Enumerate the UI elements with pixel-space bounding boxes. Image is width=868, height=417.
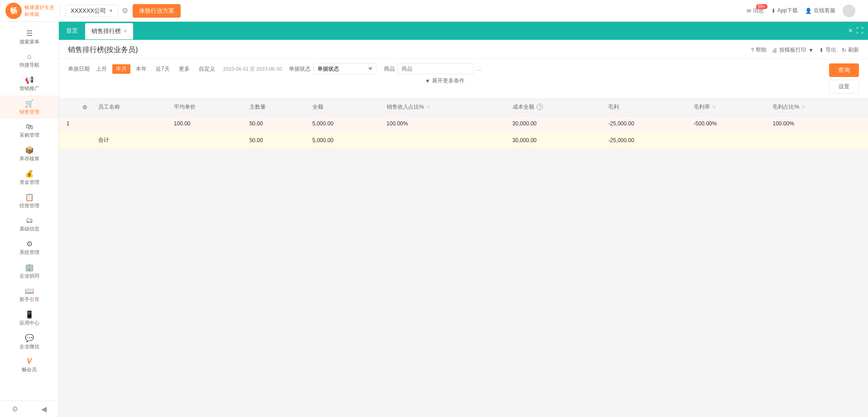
th-qty: 主数量 [244, 99, 307, 116]
sidebar-item-app-center[interactable]: 📱 应用中心 [0, 307, 58, 330]
th-gross-pct[interactable]: 毛利占比% ⇅ [767, 99, 868, 116]
footer-label: 合计 [93, 132, 168, 149]
online-service-button[interactable]: 👤 在线客服 [805, 7, 835, 14]
th-sales-pct[interactable]: 销售收入占比% ⇅ [381, 99, 507, 116]
footer-empty2 [77, 132, 93, 149]
table-container: ⚙ 员工名称 平均单价 主数量 全额 销售收入占比% ⇅ 成本全额 ? 毛利 毛… [59, 99, 868, 149]
sidebar-collapse-icon[interactable]: ◀ [41, 405, 47, 413]
sidebar-item-label: 搜索菜单 [19, 38, 39, 45]
th-settings[interactable]: ⚙ [77, 99, 93, 116]
table-footer-row: 合计 50.00 5,000.00 30,000.00 -25,000.00 [59, 132, 868, 149]
sidebar-item-enterprise[interactable]: 🏢 企业协同 [0, 259, 58, 283]
rank-cell: 1 [59, 116, 77, 132]
date-tab-last-7-days[interactable]: 近7天 [152, 64, 173, 74]
tab-label: 销售排行榜 [91, 27, 121, 35]
sidebar-item-search-orders[interactable]: ☰ 搜索菜单 [0, 25, 58, 49]
table-row: 1 100.00 50.00 5,000.00 100.00% 30,000.0… [59, 116, 868, 132]
sidebar-item-label: 企业微信 [19, 343, 39, 350]
sidebar-item-label: 企业协同 [19, 273, 39, 279]
message-button[interactable]: ✉ 消息 99+ [747, 7, 764, 14]
th-gross: 毛利 [603, 99, 688, 116]
cost-cell: 30,000.00 [507, 116, 603, 132]
date-tab-last-month[interactable]: 上月 [92, 64, 110, 74]
sidebar-item-label: 系统管理 [19, 249, 39, 256]
sidebar-item-beginner[interactable]: 📖 新手引导 [0, 283, 58, 307]
sidebar-item-sales-mgmt[interactable]: 🛒 销售管理 [0, 96, 58, 119]
trial-button[interactable]: 体验行业方案 [133, 4, 181, 18]
member-icon: V [27, 357, 32, 365]
window-expand-icon[interactable]: ⛶ [856, 27, 863, 35]
tab-home[interactable]: 首页 [59, 22, 85, 40]
employee-cell [93, 116, 168, 132]
marketing-icon: 📢 [25, 76, 34, 84]
settings-button[interactable]: 设置 [829, 80, 859, 94]
sidebar-item-operations[interactable]: 📋 经营管理 [0, 189, 58, 213]
sidebar-item-label: 畅会员 [22, 366, 37, 373]
status-select[interactable]: 单据状态 [313, 63, 377, 74]
help-button[interactable]: ? 帮助 [751, 46, 767, 54]
refresh-button[interactable]: ↻ 刷新 [842, 46, 859, 54]
sidebar-item-wechat[interactable]: 💬 企业微信 [0, 330, 58, 354]
company-selector[interactable]: XXXXXX公司 ▼ [66, 5, 118, 17]
status-filter: 单据状态 单据状态 [289, 63, 377, 74]
company-name: XXXXXX公司 [71, 7, 106, 15]
footer-qty: 50.00 [244, 132, 307, 149]
th-employee: 员工名称 [93, 99, 168, 116]
sidebar-bottom: ⚙ ◀ [0, 401, 58, 417]
search-button[interactable]: 查询 [829, 63, 859, 77]
footer-amount: 5,000.00 [307, 132, 381, 149]
footer-gross: -25,000.00 [603, 132, 688, 149]
tab-close-icon[interactable]: × [124, 28, 127, 34]
sidebar-item-purchase-mgmt[interactable]: 🛍 采购管理 [0, 119, 58, 142]
avatar[interactable] [843, 5, 855, 17]
gross-cell: -25,000.00 [603, 116, 688, 132]
goods-input[interactable] [398, 63, 474, 74]
sidebar-item-label: 快捷导航 [19, 62, 39, 68]
goods-filter: 商品 ... [384, 63, 481, 74]
sidebar-item-quick-nav[interactable]: ⌂ 快捷导航 [0, 49, 58, 72]
info-icon[interactable]: ? [537, 104, 543, 110]
date-tab-this-month[interactable]: 本月 [112, 64, 130, 74]
sort-icon: ⇅ [712, 105, 716, 110]
app-download-button[interactable]: ⬇ App下载 [771, 7, 798, 14]
window-close-icon[interactable]: × [849, 27, 853, 35]
goods-label: 商品 [384, 65, 395, 73]
sidebar-item-member[interactable]: V 畅会员 [0, 354, 58, 377]
amount-cell: 5,000.00 [307, 116, 381, 132]
footer-sales-pct [381, 132, 507, 149]
settings-icon[interactable]: ⚙ [122, 6, 128, 15]
chevron-down-icon: ▼ [109, 8, 113, 13]
th-cost: 成本全额 ? [507, 99, 603, 116]
template-print-arrow: ▼ [808, 47, 814, 53]
tab-sales-ranking[interactable]: 销售排行榜 × [85, 23, 133, 39]
enterprise-icon: 🏢 [25, 263, 34, 272]
template-print-button[interactable]: 🖨 按模板打印 ▼ [772, 46, 814, 54]
logo-text: 畅康通好生意 标准版 [24, 4, 54, 17]
sidebar-item-finance[interactable]: 💰 资金管理 [0, 166, 58, 189]
expand-conditions-button[interactable]: ▼ 展开更多条件 [68, 74, 822, 86]
sidebar-item-inventory[interactable]: 📦 库存核算 [0, 142, 58, 166]
th-gross-rate[interactable]: 毛利率 ⇅ [688, 99, 767, 116]
help-label: 帮助 [756, 46, 767, 54]
row-settings-cell [77, 116, 93, 132]
sidebar-item-label: 经营管理 [19, 202, 39, 209]
more-fields-button[interactable]: ... [476, 66, 481, 72]
message-badge: 99+ [756, 4, 767, 9]
tab-bar: 首页 销售排行榜 × × ⛶ [59, 22, 868, 40]
app-download-label: App下载 [777, 7, 798, 14]
inventory-icon: 📦 [25, 146, 34, 154]
date-tab-this-year[interactable]: 本年 [132, 64, 150, 74]
sidebar-item-basic-info[interactable]: 🗂 基础信息 [0, 213, 58, 236]
date-tab-custom[interactable]: 自定义 [195, 64, 219, 74]
logo: 畅 畅康通好生意 标准版 [5, 3, 54, 19]
export-button[interactable]: ⬆ 导出 [819, 46, 836, 54]
sales-icon: 🛒 [25, 99, 34, 108]
service-icon: 👤 [805, 8, 812, 14]
date-tab-more[interactable]: 更多 [175, 64, 193, 74]
sales-pct-cell: 100.00% [381, 116, 507, 132]
sidebar-item-system-mgmt[interactable]: ⚙ 系统管理 [0, 236, 58, 259]
sidebar-settings-icon[interactable]: ⚙ [12, 405, 18, 413]
home-icon: ⌂ [27, 53, 32, 61]
sidebar-item-marketing[interactable]: 📢 营销推广 [0, 72, 58, 96]
print-icon: 🖨 [772, 47, 777, 53]
